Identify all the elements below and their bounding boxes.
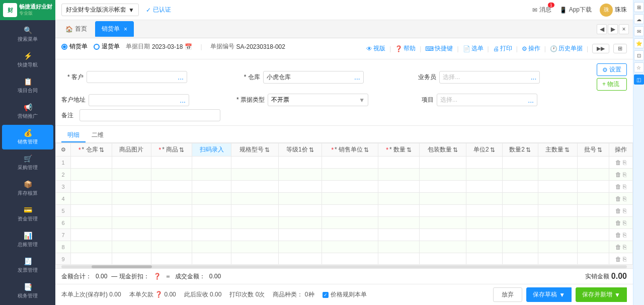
cell[interactable] xyxy=(112,205,151,217)
cell[interactable] xyxy=(502,169,538,181)
save-draft-button[interactable]: 保存草稿 ▼ xyxy=(526,287,572,302)
right-icon-4[interactable]: ⭐ xyxy=(634,38,644,48)
cell[interactable] xyxy=(577,229,609,241)
cell[interactable] xyxy=(322,157,378,169)
cell[interactable] xyxy=(538,181,577,193)
delete-icon[interactable]: 🗑 xyxy=(615,232,621,239)
project-input[interactable]: 选择... ... xyxy=(437,94,537,106)
message-button[interactable]: ✉ 1 消息 xyxy=(532,6,551,14)
cell[interactable] xyxy=(71,169,112,181)
cell[interactable] xyxy=(466,253,502,265)
cell[interactable] xyxy=(192,217,231,229)
sidebar-item-search[interactable]: 🔍 搜索菜单 xyxy=(2,22,53,47)
cell[interactable] xyxy=(466,217,502,229)
cell[interactable] xyxy=(378,229,420,241)
cell[interactable] xyxy=(151,253,192,265)
cell[interactable] xyxy=(71,205,112,217)
cell[interactable] xyxy=(502,181,538,193)
cell[interactable] xyxy=(112,157,151,169)
cell[interactable] xyxy=(419,193,466,205)
cell[interactable] xyxy=(231,205,278,217)
radio-return-order[interactable]: 退货单 xyxy=(94,42,120,51)
add-logistics-button[interactable]: + 物流 xyxy=(597,78,627,91)
cell[interactable] xyxy=(322,169,378,181)
cell[interactable] xyxy=(151,193,192,205)
cell[interactable] xyxy=(577,253,609,265)
cell[interactable] xyxy=(151,229,192,241)
cell[interactable] xyxy=(538,253,577,265)
delete-icon[interactable]: 🗑 xyxy=(615,219,621,226)
cell[interactable] xyxy=(151,217,192,229)
cell[interactable] xyxy=(71,193,112,205)
radio-sale-order[interactable]: 销货单 xyxy=(61,42,88,51)
delete-icon[interactable]: 🗑 xyxy=(615,244,621,251)
right-icon-6[interactable]: ☆ xyxy=(634,62,644,72)
copy-icon[interactable]: ⎘ xyxy=(623,256,626,263)
tab-2d[interactable]: 二维 xyxy=(86,129,110,142)
cell[interactable] xyxy=(231,229,278,241)
cell[interactable] xyxy=(278,193,322,205)
delete-icon[interactable]: 🗑 xyxy=(615,195,621,202)
abandon-button[interactable]: 放弃 xyxy=(493,287,522,302)
cell[interactable] xyxy=(378,157,420,169)
sidebar-item-general[interactable]: 📊 总账管理 xyxy=(2,227,53,252)
scroll-thumb[interactable] xyxy=(92,265,152,268)
delete-icon[interactable]: 🗑 xyxy=(615,159,621,166)
cell[interactable] xyxy=(502,241,538,253)
tab-prev-button[interactable]: ◀ xyxy=(597,24,607,34)
discount-help-icon[interactable]: ❓ xyxy=(153,273,161,280)
cell[interactable] xyxy=(231,217,278,229)
help-action[interactable]: ❓ 帮助 xyxy=(395,44,416,53)
cell[interactable] xyxy=(192,253,231,265)
cell[interactable] xyxy=(151,169,192,181)
cell[interactable] xyxy=(577,157,609,169)
cell[interactable]: 🗑⎘ xyxy=(609,217,632,229)
cell[interactable] xyxy=(278,241,322,253)
cell[interactable]: 🗑⎘ xyxy=(609,241,632,253)
cell[interactable] xyxy=(378,217,420,229)
warehouse-input[interactable]: 小虎仓库 ... xyxy=(263,71,364,84)
cell[interactable] xyxy=(151,157,192,169)
cell[interactable] xyxy=(278,181,322,193)
copy-icon[interactable]: ⎘ xyxy=(623,183,626,190)
sidebar-item-tax[interactable]: 📑 税务管理 xyxy=(2,279,53,303)
cell[interactable] xyxy=(322,205,378,217)
cell[interactable] xyxy=(192,181,231,193)
cell[interactable] xyxy=(538,193,577,205)
price-rule-checkbox[interactable]: ✓ 价格规则本单 xyxy=(323,290,367,299)
staff-input[interactable]: 选择... ... xyxy=(439,71,540,84)
cell[interactable] xyxy=(71,181,112,193)
cell[interactable] xyxy=(192,229,231,241)
app-download-button[interactable]: 📱 App下载 xyxy=(559,6,592,14)
cell[interactable] xyxy=(278,229,322,241)
tab-next-button[interactable]: ▶ xyxy=(608,24,618,34)
cell[interactable] xyxy=(278,253,322,265)
sidebar-item-project[interactable]: 📋 项目合同 xyxy=(2,73,53,98)
save-new-button[interactable]: 保存并新增 ▼ xyxy=(576,287,627,302)
cell[interactable] xyxy=(71,229,112,241)
delete-icon[interactable]: 🗑 xyxy=(615,183,621,190)
history-action[interactable]: 🕐 历史单据 xyxy=(550,44,583,53)
delete-icon[interactable]: 🗑 xyxy=(615,207,621,214)
cell[interactable] xyxy=(378,205,420,217)
cell[interactable] xyxy=(419,157,466,169)
cell[interactable] xyxy=(538,157,577,169)
cell[interactable] xyxy=(112,181,151,193)
tab-close-all-button[interactable]: × xyxy=(619,24,629,34)
cell[interactable] xyxy=(502,229,538,241)
cell[interactable] xyxy=(419,217,466,229)
cell[interactable] xyxy=(278,205,322,217)
cell[interactable] xyxy=(538,169,577,181)
cell[interactable]: 🗑⎘ xyxy=(609,193,632,205)
delete-icon[interactable]: 🗑 xyxy=(615,171,621,178)
cell[interactable] xyxy=(577,181,609,193)
note-input[interactable] xyxy=(79,109,220,121)
cell[interactable]: 🗑⎘ xyxy=(609,205,632,217)
cell[interactable] xyxy=(419,181,466,193)
copy-icon[interactable]: ⎘ xyxy=(623,219,626,226)
copy-icon[interactable]: ⎘ xyxy=(623,244,626,251)
cell[interactable] xyxy=(538,205,577,217)
sidebar-item-sales[interactable]: 💰 销售管理 xyxy=(2,125,53,149)
cell[interactable] xyxy=(577,217,609,229)
th-settings[interactable]: ⚙ xyxy=(56,143,71,157)
